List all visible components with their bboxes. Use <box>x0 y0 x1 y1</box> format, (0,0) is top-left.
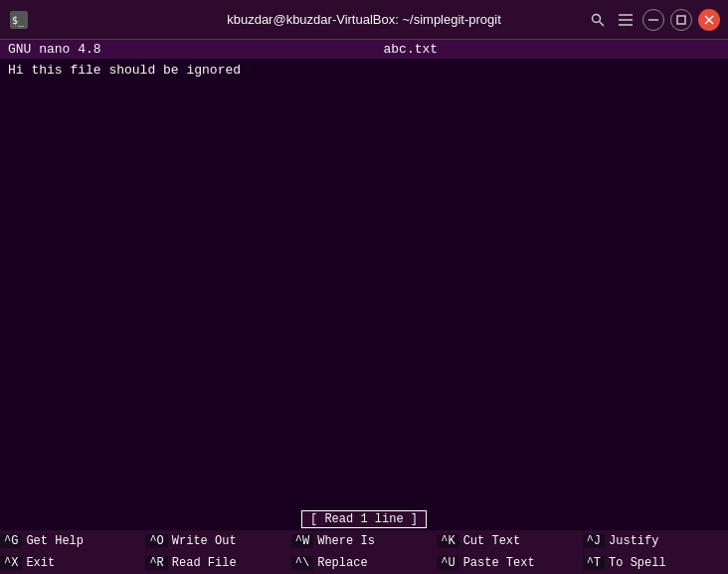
shortcut-label-where-is: Where Is <box>313 534 379 548</box>
titlebar-buttons <box>587 9 720 31</box>
search-button[interactable] <box>587 9 609 31</box>
nano-content[interactable]: Hi this file should be ignored <box>0 59 728 508</box>
shortcut-row-1: ^G Get Help ^O Write Out ^W Where Is ^K … <box>0 530 728 552</box>
shortcut-key-t: ^T <box>583 556 605 570</box>
titlebar: $_ kbuzdar@kbuzdar-VirtualBox: ~/simpleg… <box>0 0 728 40</box>
shortcut-exit[interactable]: ^X Exit <box>0 552 145 574</box>
nano-top-bar: GNU nano 4.8 abc.txt <box>0 40 728 59</box>
shortcut-label-replace: Replace <box>313 556 371 570</box>
shortcut-label-write-out: Write Out <box>168 534 241 548</box>
shortcut-row-2: ^X Exit ^R Read File ^\ Replace ^U Paste… <box>0 552 728 574</box>
shortcut-read-file[interactable]: ^R Read File <box>145 552 290 574</box>
close-button[interactable] <box>698 9 720 31</box>
shortcut-paste-text[interactable]: ^U Paste Text <box>437 552 582 574</box>
content-line-1: Hi this file should be ignored <box>8 63 720 78</box>
shortcut-label-paste-text: Paste Text <box>459 556 539 570</box>
shortcut-cut-text[interactable]: ^K Cut Text <box>437 530 582 552</box>
menu-button[interactable] <box>615 9 637 31</box>
titlebar-left: $_ <box>8 9 30 31</box>
shortcut-key-j: ^J <box>583 534 605 548</box>
minimize-button[interactable] <box>642 9 664 31</box>
nano-version: GNU nano 4.8 <box>8 42 101 57</box>
shortcut-get-help[interactable]: ^G Get Help <box>0 530 145 552</box>
shortcut-where-is[interactable]: ^W Where Is <box>291 530 437 552</box>
shortcut-key-w: ^W <box>291 534 313 548</box>
editor-container: GNU nano 4.8 abc.txt Hi this file should… <box>0 40 728 574</box>
titlebar-title: kbuzdar@kbuzdar-VirtualBox: ~/simplegit-… <box>227 12 501 27</box>
shortcut-write-out[interactable]: ^O Write Out <box>145 530 290 552</box>
shortcut-key-u: ^U <box>437 556 458 570</box>
svg-point-2 <box>593 14 601 22</box>
shortcut-key-r: ^R <box>145 556 167 570</box>
shortcut-label-exit: Exit <box>22 556 59 570</box>
shortcut-key-o: ^O <box>145 534 167 548</box>
shortcut-label-read-file: Read File <box>168 556 241 570</box>
svg-rect-8 <box>677 16 685 24</box>
nano-notification: [ Read 1 line ] <box>0 508 728 530</box>
shortcut-label-cut-text: Cut Text <box>459 534 525 548</box>
shortcut-to-spell[interactable]: ^T To Spell <box>583 552 728 574</box>
maximize-button[interactable] <box>670 9 692 31</box>
shortcut-replace[interactable]: ^\ Replace <box>291 552 437 574</box>
shortcut-key-backslash: ^\ <box>291 556 313 570</box>
svg-line-3 <box>600 21 605 26</box>
nano-shortcuts: ^G Get Help ^O Write Out ^W Where Is ^K … <box>0 530 728 574</box>
shortcut-justify[interactable]: ^J Justify <box>583 530 728 552</box>
shortcut-key-x: ^X <box>0 556 22 570</box>
nano-notify-text: [ Read 1 line ] <box>301 510 427 528</box>
shortcut-label-to-spell: To Spell <box>605 556 670 570</box>
shortcut-label-get-help: Get Help <box>22 534 88 548</box>
shortcut-key-k: ^K <box>437 534 458 548</box>
terminal-icon: $_ <box>8 9 30 31</box>
svg-text:$_: $_ <box>12 15 25 27</box>
nano-filename: abc.txt <box>384 42 439 57</box>
shortcut-label-justify: Justify <box>605 534 662 548</box>
shortcut-key-g: ^G <box>0 534 22 548</box>
